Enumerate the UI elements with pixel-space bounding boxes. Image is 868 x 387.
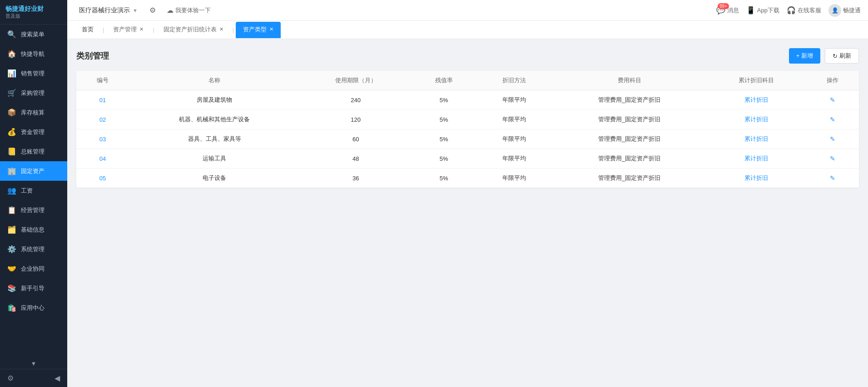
cloud-icon: ☁ [167,6,174,15]
cell-edit[interactable]: ✎ [806,90,859,110]
company-settings-button[interactable]: ⚙ [146,4,159,17]
sidebar-item-label-basics: 基础信息 [21,226,45,234]
main: 医疗器械行业演示 ▼ ⚙ ☁ 我要体验一下 💬99+消息📱App下载🎧在线客服👤… [67,0,868,387]
sidebar-item-newbie[interactable]: 📚新手引导 [0,278,67,298]
topbar-action-customer_service[interactable]: 🎧在线客服 [787,6,821,15]
cell-name: 房屋及建筑物 [129,90,300,110]
message-icon: 💬99+ [716,6,725,15]
cell-period: 240 [300,90,412,110]
sidebar-item-label-system: 系统管理 [21,245,45,253]
nav-icon-operations: 📋 [7,206,16,214]
tab-separator-1: | [103,26,104,33]
sidebar: 畅捷通好业财 普及版 🔍搜索菜单🏠快捷导航📊销售管理🛒采购管理📦库存核算💰资金管… [0,0,67,387]
cell-period: 120 [300,110,412,129]
try-experience-button[interactable]: ☁ 我要体验一下 [163,5,214,16]
col-header-折旧方法: 折旧方法 [476,71,552,90]
sidebar-item-fixed[interactable]: 🏢固定资产 [0,161,67,181]
sidebar-item-label-collab: 企业协同 [21,265,45,273]
sidebar-item-ledger[interactable]: 📒总账管理 [0,142,67,161]
tab-home[interactable]: 首页 [74,22,101,38]
nav-icon-purchase: 🛒 [7,89,16,97]
cell-accumulated: 累计折旧 [706,129,806,149]
cell-expense: 管理费用_固定资产折旧 [552,90,706,110]
tabbar: 首页|资产管理 ✕|固定资产折旧统计表 ✕|资产类型 ✕ [67,21,868,39]
tab-close-asset_mgmt[interactable]: ✕ [139,26,144,32]
sidebar-item-system[interactable]: ⚙️系统管理 [0,239,67,259]
cell-residual: 5% [412,129,476,149]
cell-code: 05 [76,169,129,188]
tab-asset_mgmt[interactable]: 资产管理 ✕ [106,22,151,38]
nav-icon-sales: 📊 [7,69,16,78]
cell-accumulated: 累计折旧 [706,169,806,188]
cell-edit[interactable]: ✎ [806,110,859,129]
sidebar-item-label-capital: 资金管理 [21,128,45,136]
edit-icon-1[interactable]: ✎ [830,116,835,123]
cell-edit[interactable]: ✎ [806,169,859,188]
cell-residual: 5% [412,149,476,169]
sidebar-item-capital[interactable]: 💰资金管理 [0,122,67,142]
refresh-button[interactable]: ↻ 刷新 [825,48,859,64]
nav-icon-search: 🔍 [7,30,16,39]
edit-icon-3[interactable]: ✎ [830,155,835,162]
sidebar-item-purchase[interactable]: 🛒采购管理 [0,83,67,103]
edit-icon-2[interactable]: ✎ [830,135,835,143]
company-selector[interactable]: 医疗器械行业演示 ▼ [74,5,142,16]
edit-icon-4[interactable]: ✎ [830,174,835,182]
sidebar-scroll-btn[interactable]: ▼ [0,358,67,369]
cell-edit[interactable]: ✎ [806,129,859,149]
sidebar-item-payroll[interactable]: 👥工资 [0,181,67,200]
app_download-icon: 📱 [746,6,755,15]
cell-name: 机器、机械和其他生产设备 [129,110,300,129]
sidebar-item-label-search: 搜索菜单 [21,30,45,39]
topbar-action-app_download[interactable]: 📱App下载 [746,6,779,15]
company-name: 医疗器械行业演示 [79,6,130,15]
tab-separator-3: | [233,26,234,33]
table-container: 编号名称使用期限（月）残值率折旧方法费用科目累计折旧科目操作 01房屋及建筑物2… [76,71,859,188]
company-dropdown-icon[interactable]: ▼ [133,8,138,13]
nav-icon-basics: 🗂️ [7,225,16,234]
sidebar-item-inventory[interactable]: 📦库存核算 [0,103,67,122]
col-header-累计折旧科目: 累计折旧科目 [706,71,806,90]
sidebar-item-sales[interactable]: 📊销售管理 [0,64,67,83]
nav-icon-payroll: 👥 [7,186,16,195]
sidebar-item-quicknav[interactable]: 🏠快捷导航 [0,44,67,64]
header-actions: + 新增 ↻ 刷新 [789,48,859,64]
sidebar-item-label-payroll: 工资 [21,187,33,195]
cell-code: 01 [76,90,129,110]
table-row: 04运输工具485%年限平均管理费用_固定资产折旧累计折旧✎ [76,149,859,169]
sidebar-settings-icon[interactable]: ⚙ [7,374,14,382]
tab-close-depreciation[interactable]: ✕ [219,26,223,32]
sidebar-item-appstore[interactable]: 🛍️应用中心 [0,298,67,318]
sidebar-collapse-icon[interactable]: ◀ [55,374,60,382]
sidebar-item-collab[interactable]: 🤝企业协同 [0,259,67,278]
cell-expense: 管理费用_固定资产折旧 [552,169,706,188]
col-header-残值率: 残值率 [412,71,476,90]
nav-icon-newbie: 📚 [7,284,16,293]
sidebar-item-label-ledger: 总账管理 [21,148,45,156]
sidebar-item-search[interactable]: 🔍搜索菜单 [0,25,67,44]
tab-depreciation[interactable]: 固定资产折旧统计表 ✕ [156,22,231,38]
customer_service-label: 在线客服 [798,6,821,15]
badge-message: 99+ [718,3,729,9]
cell-accumulated: 累计折旧 [706,149,806,169]
sidebar-item-label-operations: 经营管理 [21,206,45,214]
tab-label-asset_mgmt: 资产管理 [113,25,137,34]
nav-icon-collab: 🤝 [7,264,16,273]
cell-edit[interactable]: ✎ [806,149,859,169]
new-button[interactable]: + 新增 [789,48,820,64]
topbar-action-message[interactable]: 💬99+消息 [716,6,739,15]
nav-icon-system: ⚙️ [7,245,16,253]
cell-period: 36 [300,169,412,188]
col-header-编号: 编号 [76,71,129,90]
sidebar-item-label-purchase: 采购管理 [21,89,45,97]
tab-asset_type[interactable]: 资产类型 ✕ [236,22,281,38]
sidebar-item-basics[interactable]: 🗂️基础信息 [0,220,67,239]
user-name: 畅捷通 [843,6,861,15]
edit-icon-0[interactable]: ✎ [830,96,835,104]
sidebar-item-label-newbie: 新手引导 [21,284,45,293]
sidebar-item-label-appstore: 应用中心 [21,304,45,312]
tab-close-asset_type[interactable]: ✕ [269,26,273,32]
page-header: 类别管理 + 新增 ↻ 刷新 [76,48,859,64]
sidebar-item-operations[interactable]: 📋经营管理 [0,200,67,220]
topbar-action-user[interactable]: 👤畅捷通 [828,4,861,17]
